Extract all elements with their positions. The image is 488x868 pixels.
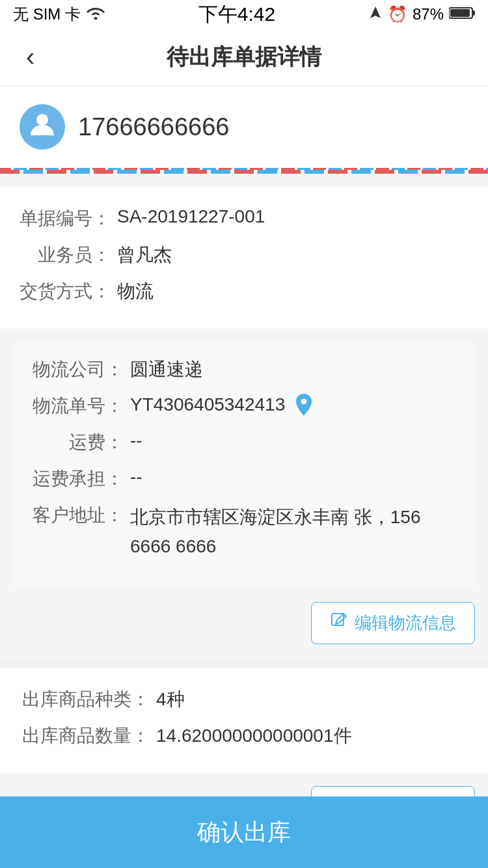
status-right: ⏰ 87%: [368, 5, 475, 23]
goods-quantity-row: 出库商品数量： 14.620000000000001件: [20, 724, 468, 748]
sales-person-row: 业务员： 曾凡杰: [20, 243, 468, 267]
delivery-method-label: 交货方式：: [20, 279, 111, 304]
battery-icon: [449, 5, 475, 23]
tracking-number-text: YT4306405342413: [130, 394, 285, 415]
address-value: 北京市市辖区海淀区永丰南 张，156 6666 6666: [130, 503, 455, 562]
battery-text: 87%: [413, 5, 444, 23]
svg-rect-2: [450, 9, 470, 17]
document-info-section: 单据编号： SA-20191227-001 业务员： 曾凡杰 交货方式： 物流: [0, 187, 488, 329]
logistics-tracking-label: 物流单号：: [33, 394, 124, 418]
wifi-icon: [86, 5, 105, 23]
freight-bearer-row: 运费承担： --: [33, 467, 455, 491]
customer-header: 17666666666: [0, 86, 488, 170]
freight-bearer-value: --: [130, 467, 455, 487]
logistics-tracking-row: 物流单号： YT4306405342413: [33, 394, 455, 418]
main-content: 17666666666 单据编号： SA-20191227-001 业务员： 曾…: [0, 86, 488, 868]
confirm-btn-label: 确认出库: [197, 817, 291, 848]
goods-quantity-value: 14.620000000000001件: [156, 724, 468, 748]
delivery-method-value: 物流: [117, 279, 468, 304]
edit-icon: [330, 612, 348, 634]
document-number-label: 单据编号：: [20, 206, 111, 231]
status-time: 下午4:42: [198, 1, 275, 28]
document-number-value: SA-20191227-001: [117, 206, 468, 227]
goods-type-label: 出库商品种类：: [20, 687, 150, 712]
address-label: 客户地址：: [33, 503, 124, 528]
svg-point-3: [36, 114, 48, 126]
back-button[interactable]: ‹: [20, 36, 41, 78]
edit-btn-wrap: 编辑物流信息: [0, 602, 488, 657]
nav-bar: ‹ 待出库单据详情: [0, 29, 488, 86]
carrier-text: 无 SIM 卡: [13, 4, 81, 25]
status-left: 无 SIM 卡: [13, 4, 105, 25]
freight-value: --: [130, 430, 455, 451]
location-pin-icon[interactable]: [294, 394, 314, 416]
svg-rect-1: [472, 10, 475, 16]
logistics-card: 物流公司： 圆通速递 物流单号： YT4306405342413 运费： -- …: [13, 342, 475, 589]
gray-separator: [0, 657, 488, 668]
goods-quantity-label: 出库商品数量：: [20, 724, 150, 748]
page-title: 待出库单据详情: [167, 42, 321, 72]
freight-label: 运费：: [33, 430, 124, 455]
document-number-row: 单据编号： SA-20191227-001: [20, 206, 468, 231]
confirm-btn-bar[interactable]: 确认出库: [0, 796, 488, 868]
sales-person-label: 业务员：: [20, 243, 111, 267]
avatar: [20, 104, 65, 150]
edit-btn-label: 编辑物流信息: [355, 612, 456, 634]
freight-row: 运费： --: [33, 430, 455, 455]
delivery-method-row: 交货方式： 物流: [20, 279, 468, 304]
customer-phone: 17666666666: [78, 113, 229, 141]
logistics-tracking-value: YT4306405342413: [130, 394, 455, 416]
address-row: 客户地址： 北京市市辖区海淀区永丰南 张，156 6666 6666: [33, 503, 455, 562]
dashed-divider: [0, 170, 488, 174]
goods-type-value: 4种: [156, 687, 468, 712]
logistics-company-label: 物流公司：: [33, 357, 124, 382]
goods-section: 出库商品种类： 4种 出库商品数量： 14.620000000000001件: [0, 668, 488, 773]
person-icon: [29, 111, 56, 144]
goods-type-row: 出库商品种类： 4种: [20, 687, 468, 712]
edit-logistics-button[interactable]: 编辑物流信息: [311, 602, 475, 644]
status-bar: 无 SIM 卡 下午4:42 ⏰ 87%: [0, 0, 488, 29]
sales-person-value: 曾凡杰: [117, 243, 468, 267]
freight-bearer-label: 运费承担：: [33, 467, 124, 491]
logistics-company-value: 圆通速递: [130, 357, 455, 382]
location-icon: [368, 5, 383, 23]
alarm-icon: ⏰: [388, 5, 407, 23]
logistics-company-row: 物流公司： 圆通速递: [33, 357, 455, 382]
